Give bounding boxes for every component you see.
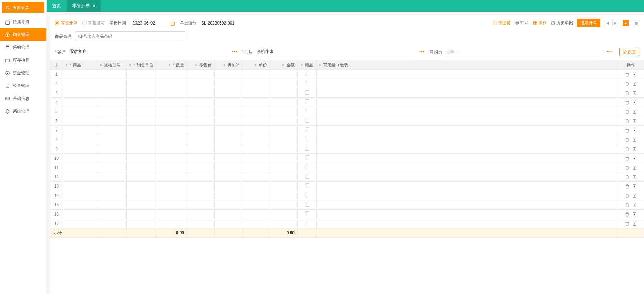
cell-spec[interactable] bbox=[97, 135, 127, 144]
cell-price[interactable] bbox=[242, 200, 270, 210]
add-row-icon[interactable] bbox=[632, 147, 637, 151]
cell-amount[interactable] bbox=[270, 210, 298, 219]
table-row[interactable]: 2 bbox=[50, 79, 644, 88]
cell-retail[interactable] bbox=[187, 116, 215, 126]
cell-unit[interactable] bbox=[127, 154, 156, 163]
col-available[interactable]: ▲▼可用量（包装） bbox=[317, 60, 618, 70]
print-button[interactable]: 打印 bbox=[515, 20, 529, 26]
customer-select[interactable]: 零散客户 bbox=[69, 47, 227, 56]
cell-amount[interactable] bbox=[270, 116, 298, 126]
cell-price[interactable] bbox=[242, 163, 270, 172]
cell-unit[interactable] bbox=[127, 98, 156, 107]
cell-retail[interactable] bbox=[187, 144, 215, 154]
cell-qty[interactable] bbox=[156, 191, 187, 200]
shortcut-button[interactable]: 快捷键 bbox=[493, 20, 511, 26]
add-row-icon[interactable] bbox=[632, 165, 637, 170]
cell-gift[interactable] bbox=[298, 210, 317, 219]
cell-retail[interactable] bbox=[187, 88, 215, 98]
cell-retail[interactable] bbox=[187, 182, 215, 191]
cell-gift[interactable] bbox=[298, 163, 317, 172]
table-row[interactable]: 17 bbox=[50, 219, 644, 228]
cell-unit[interactable] bbox=[127, 107, 156, 116]
cell-retail[interactable] bbox=[187, 98, 215, 107]
list-view-icon[interactable]: ≡ bbox=[623, 20, 629, 26]
table-row[interactable]: 5 bbox=[50, 107, 644, 116]
checkbox-icon[interactable] bbox=[305, 72, 309, 76]
cell-unit[interactable] bbox=[127, 163, 156, 172]
cell-retail[interactable] bbox=[187, 126, 215, 135]
cell-product[interactable] bbox=[63, 191, 97, 200]
barcode-input[interactable] bbox=[75, 31, 185, 41]
table-row[interactable]: 7 bbox=[50, 126, 644, 135]
cell-price[interactable] bbox=[242, 116, 270, 126]
add-row-icon[interactable] bbox=[632, 119, 637, 123]
wholesale-button[interactable]: 批发开单 bbox=[577, 19, 600, 27]
radio-retail-order[interactable]: 零售开单 bbox=[55, 20, 77, 26]
cell-price[interactable] bbox=[242, 98, 270, 107]
cell-amount[interactable] bbox=[270, 126, 298, 135]
cell-spec[interactable] bbox=[97, 107, 127, 116]
cell-unit[interactable] bbox=[127, 70, 156, 79]
checkbox-icon[interactable] bbox=[305, 127, 309, 132]
cell-retail[interactable] bbox=[187, 79, 215, 88]
cell-price[interactable] bbox=[242, 154, 270, 163]
checkbox-icon[interactable] bbox=[305, 146, 309, 151]
cell-spec[interactable] bbox=[97, 70, 127, 79]
delete-icon[interactable] bbox=[625, 184, 629, 189]
cell-retail[interactable] bbox=[187, 200, 215, 210]
cell-qty[interactable] bbox=[156, 88, 187, 98]
cell-unit[interactable] bbox=[127, 116, 156, 126]
table-row[interactable]: 13 bbox=[50, 182, 644, 191]
cell-spec[interactable] bbox=[97, 200, 127, 210]
cell-discount[interactable] bbox=[215, 98, 242, 107]
add-row-icon[interactable] bbox=[632, 137, 637, 142]
cell-gift[interactable] bbox=[298, 191, 317, 200]
cell-price[interactable] bbox=[242, 144, 270, 154]
table-row[interactable]: 1 bbox=[50, 70, 644, 79]
checkbox-icon[interactable] bbox=[305, 193, 309, 197]
cell-gift[interactable] bbox=[298, 107, 317, 116]
cell-amount[interactable] bbox=[270, 70, 298, 79]
cell-price[interactable] bbox=[242, 182, 270, 191]
cell-discount[interactable] bbox=[215, 154, 242, 163]
tab-home[interactable]: 首页 bbox=[47, 0, 67, 12]
add-row-icon[interactable] bbox=[632, 82, 637, 86]
guide-more-icon[interactable]: ••• bbox=[605, 49, 613, 54]
col-product[interactable]: ▲▼*商品 bbox=[63, 60, 97, 70]
cell-discount[interactable] bbox=[215, 135, 242, 144]
add-row-icon[interactable] bbox=[632, 203, 637, 207]
delete-icon[interactable] bbox=[625, 100, 629, 105]
cell-spec[interactable] bbox=[97, 172, 127, 182]
cell-amount[interactable] bbox=[270, 172, 298, 182]
nav-system[interactable]: 系统管理 bbox=[0, 105, 46, 118]
cell-unit[interactable] bbox=[127, 182, 156, 191]
cell-product[interactable] bbox=[63, 154, 97, 163]
cell-gift[interactable] bbox=[298, 200, 317, 210]
cell-price[interactable] bbox=[242, 219, 270, 228]
table-row[interactable]: 6 bbox=[50, 116, 644, 126]
cell-discount[interactable] bbox=[215, 107, 242, 116]
cell-price[interactable] bbox=[242, 210, 270, 219]
cell-discount[interactable] bbox=[215, 182, 242, 191]
checkbox-icon[interactable] bbox=[305, 118, 309, 123]
cell-qty[interactable] bbox=[156, 154, 187, 163]
tab-retail-order[interactable]: 零售开单 ✕ bbox=[67, 0, 101, 12]
customer-more-icon[interactable]: ••• bbox=[231, 49, 239, 54]
cell-qty[interactable] bbox=[156, 116, 187, 126]
cell-spec[interactable] bbox=[97, 126, 127, 135]
col-amount[interactable]: ▲▼金额 bbox=[270, 60, 298, 70]
cell-gift[interactable] bbox=[298, 116, 317, 126]
order-table[interactable]: ▲▼*商品 ▲▼规格型号 ▲▼*销售单位 ▲▼*数量 ▲▼零售价 ▲▼折扣% ▲… bbox=[50, 60, 644, 294]
cell-price[interactable] bbox=[242, 172, 270, 182]
cell-product[interactable] bbox=[63, 70, 97, 79]
col-price[interactable]: ▲▼单价 bbox=[242, 60, 270, 70]
add-row-icon[interactable] bbox=[632, 212, 637, 217]
cell-qty[interactable] bbox=[156, 126, 187, 135]
cell-discount[interactable] bbox=[215, 191, 242, 200]
add-row-icon[interactable] bbox=[632, 193, 637, 198]
cell-unit[interactable] bbox=[127, 210, 156, 219]
cell-retail[interactable] bbox=[187, 191, 215, 200]
bill-date-input[interactable] bbox=[131, 19, 165, 27]
cell-spec[interactable] bbox=[97, 98, 127, 107]
cell-qty[interactable] bbox=[156, 70, 187, 79]
